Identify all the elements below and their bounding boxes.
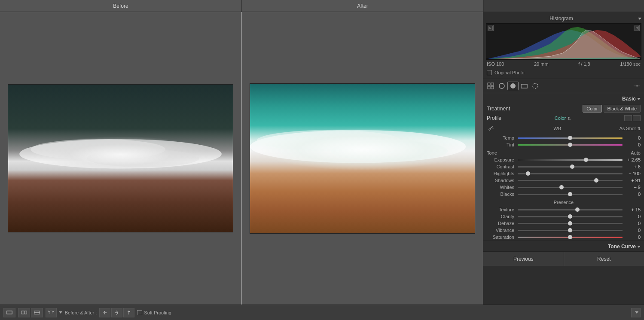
- before-photo[interactable]: [8, 84, 233, 232]
- vibrance-label: Vibrance: [487, 228, 516, 233]
- histogram-canvas: [486, 23, 641, 60]
- dehaze-slider-track[interactable]: [518, 223, 623, 224]
- svg-rect-11: [491, 83, 494, 85]
- blacks-slider-track[interactable]: [518, 194, 623, 195]
- vibrance-slider-track[interactable]: [518, 230, 623, 231]
- blacks-label: Blacks: [487, 192, 516, 197]
- blacks-slider-thumb[interactable]: [568, 192, 572, 196]
- clarity-slider-track[interactable]: [518, 216, 623, 217]
- tone-label: Tone: [487, 150, 497, 155]
- vibrance-slider-row: Vibrance 0: [486, 227, 641, 234]
- histogram-highlight-clip-icon[interactable]: [634, 25, 640, 31]
- saturation-slider-thumb[interactable]: [568, 235, 572, 239]
- before-label: Before: [0, 0, 242, 12]
- histogram-shadow-clip-icon[interactable]: [488, 25, 494, 31]
- after-photo[interactable]: [250, 83, 475, 234]
- tint-slider-row: Tint 0: [486, 141, 641, 148]
- shutter-value: 1/180 sec: [620, 61, 641, 67]
- dehaze-value: 0: [624, 221, 641, 226]
- tone-auto-btn[interactable]: Auto: [631, 150, 641, 155]
- svg-line-22: [491, 127, 493, 129]
- blacks-value: 0: [624, 192, 641, 197]
- texture-slider-track[interactable]: [518, 209, 623, 210]
- view-split-btn-group: [18, 308, 43, 317]
- exposure-value: + 2,65: [624, 157, 641, 162]
- after-panel: [242, 12, 483, 305]
- histogram-dropdown-icon[interactable]: [638, 18, 641, 20]
- whites-value: − 9: [624, 185, 641, 190]
- svg-rect-4: [250, 84, 475, 233]
- profile-select[interactable]: Color ⇅: [555, 116, 571, 121]
- texture-value: + 15: [624, 207, 641, 212]
- bottom-bar: Y Y Before & After : Sof: [0, 305, 644, 320]
- contrast-slider-track[interactable]: [518, 166, 623, 168]
- highlights-value: − 100: [624, 171, 641, 176]
- whites-slider-track[interactable]: [518, 187, 623, 188]
- temp-slider-thumb[interactable]: [568, 136, 572, 140]
- exposure-slider-track[interactable]: [518, 159, 623, 161]
- wb-eyedropper-icon[interactable]: [487, 124, 495, 133]
- profile-icon-btn-2[interactable]: [633, 115, 641, 121]
- yy-toggle-btn[interactable]: Y Y: [46, 308, 57, 317]
- bottom-right: [631, 308, 641, 317]
- square-tool-icon[interactable]: [519, 82, 530, 90]
- svg-point-17: [533, 83, 538, 88]
- highlights-slider-track[interactable]: [518, 173, 623, 174]
- tint-slider-thumb[interactable]: [568, 143, 572, 147]
- wb-row: WB As Shot ⇅: [486, 122, 641, 134]
- slider-tool-icon[interactable]: [631, 82, 642, 90]
- grid-tool-icon[interactable]: [485, 82, 496, 90]
- swap-left-btn[interactable]: [99, 308, 110, 317]
- svg-rect-16: [521, 84, 527, 88]
- whites-slider-thumb[interactable]: [559, 185, 564, 189]
- soft-proofing-checkbox[interactable]: [137, 310, 142, 315]
- highlights-label: Highlights: [487, 171, 516, 176]
- svg-rect-0: [8, 85, 233, 232]
- texture-slider-row: Texture + 15: [486, 206, 641, 213]
- reset-btn[interactable]: Reset: [564, 252, 644, 266]
- treatment-color-btn[interactable]: Color: [583, 105, 601, 113]
- highlights-slider-thumb[interactable]: [526, 171, 530, 176]
- exposure-slider-thumb[interactable]: [584, 158, 588, 162]
- dehaze-slider-thumb[interactable]: [568, 221, 572, 226]
- view-split-horizontal-btn[interactable]: [18, 308, 30, 317]
- original-photo-checkbox[interactable]: [487, 70, 492, 75]
- yy-dropdown-icon[interactable]: [59, 311, 62, 314]
- tone-curve-header: Tone Curve: [486, 241, 641, 251]
- basic-dropdown-icon[interactable]: [637, 98, 641, 100]
- highlights-slider-row: Highlights − 100: [486, 170, 641, 177]
- view-single-btn[interactable]: [3, 308, 15, 317]
- texture-slider-thumb[interactable]: [575, 207, 580, 212]
- vibrance-slider-thumb[interactable]: [568, 228, 572, 232]
- treatment-bw-btn[interactable]: Black & White: [604, 105, 641, 113]
- aperture-value: f / 1,8: [578, 61, 590, 67]
- circle-filled-tool-icon[interactable]: [507, 82, 519, 90]
- bottom-dropdown-btn[interactable]: [631, 308, 641, 317]
- profile-icon-btn-1[interactable]: [624, 115, 632, 121]
- bottom-dropdown-icon: [635, 311, 638, 314]
- svg-point-7: [331, 140, 448, 162]
- circle-outline-tool-icon[interactable]: [496, 82, 507, 90]
- tools-row: [483, 79, 644, 93]
- top-bar: Before After: [0, 0, 644, 12]
- shadows-slider-track[interactable]: [518, 180, 623, 181]
- view-split-vertical-btn[interactable]: [31, 308, 43, 317]
- shadows-slider-row: Shadows + 91: [486, 177, 641, 184]
- shadows-slider-thumb[interactable]: [594, 178, 598, 183]
- saturation-slider-track[interactable]: [518, 237, 623, 238]
- tone-curve-dropdown-icon[interactable]: [637, 246, 641, 248]
- circle-empty-tool-icon[interactable]: [530, 82, 541, 90]
- svg-point-6: [257, 130, 401, 151]
- clarity-slider-thumb[interactable]: [568, 214, 572, 219]
- temp-slider-track[interactable]: [518, 137, 623, 139]
- tint-slider-track[interactable]: [518, 144, 623, 146]
- clarity-value: 0: [624, 214, 641, 219]
- swap-right-btn[interactable]: [111, 308, 122, 317]
- wb-value[interactable]: As Shot ⇅: [619, 126, 641, 131]
- swap-center-btn[interactable]: [123, 308, 134, 317]
- svg-rect-23: [7, 311, 12, 314]
- previous-btn[interactable]: Previous: [483, 252, 564, 266]
- bottom-left: Y Y Before & After : Sof: [3, 308, 629, 317]
- contrast-slider-thumb[interactable]: [570, 165, 574, 169]
- tint-label: Tint: [487, 142, 516, 147]
